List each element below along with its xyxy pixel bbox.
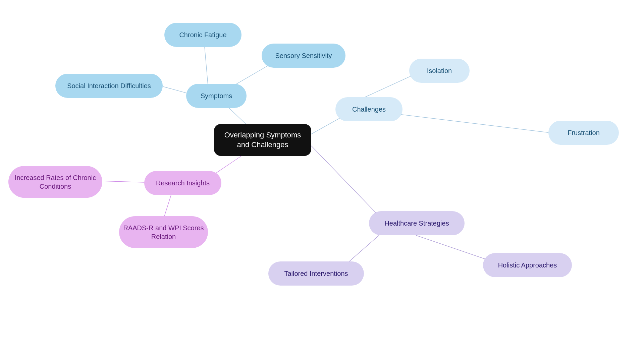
symptoms-node: Symptoms <box>186 84 247 108</box>
svg-line-3 <box>163 86 187 93</box>
raads-node: RAADS-R and WPI Scores Relation <box>119 216 208 248</box>
healthcare-strategies-label: Healthcare Strategies <box>384 219 449 228</box>
sensory-sensitivity-label: Sensory Sensitivity <box>275 51 332 60</box>
svg-line-10 <box>311 146 384 221</box>
holistic-approaches-node: Holistic Approaches <box>483 253 572 277</box>
tailored-interventions-label: Tailored Interventions <box>284 269 348 278</box>
symptoms-label: Symptoms <box>201 92 232 100</box>
challenges-node: Challenges <box>335 97 402 121</box>
challenges-label: Challenges <box>352 105 386 114</box>
tailored-interventions-node: Tailored Interventions <box>268 261 364 286</box>
research-insights-label: Research Insights <box>156 179 210 187</box>
raads-label: RAADS-R and WPI Scores Relation <box>119 224 208 241</box>
svg-line-1 <box>205 47 208 85</box>
holistic-approaches-label: Holistic Approaches <box>498 261 557 269</box>
isolation-node: Isolation <box>409 59 470 83</box>
svg-line-8 <box>102 181 145 182</box>
healthcare-strategies-node: Healthcare Strategies <box>369 211 465 235</box>
increased-rates-label: Increased Rates of Chronic Conditions <box>8 173 102 191</box>
frustration-label: Frustration <box>568 128 600 137</box>
center-node: Overlapping Symptoms and Challenges <box>214 124 311 156</box>
increased-rates-node: Increased Rates of Chronic Conditions <box>8 166 102 198</box>
chronic-fatigue-node: Chronic Fatigue <box>164 23 241 47</box>
frustration-node: Frustration <box>548 121 619 145</box>
research-insights-node: Research Insights <box>144 171 221 195</box>
social-interaction-node: Social Interaction Difficulties <box>55 74 163 98</box>
chronic-fatigue-label: Chronic Fatigue <box>179 31 226 39</box>
sensory-sensitivity-node: Sensory Sensitivity <box>262 44 345 68</box>
svg-line-9 <box>164 195 171 216</box>
social-interaction-label: Social Interaction Difficulties <box>67 81 151 90</box>
center-label: Overlapping Symptoms and Challenges <box>221 130 305 149</box>
isolation-label: Isolation <box>427 66 452 75</box>
